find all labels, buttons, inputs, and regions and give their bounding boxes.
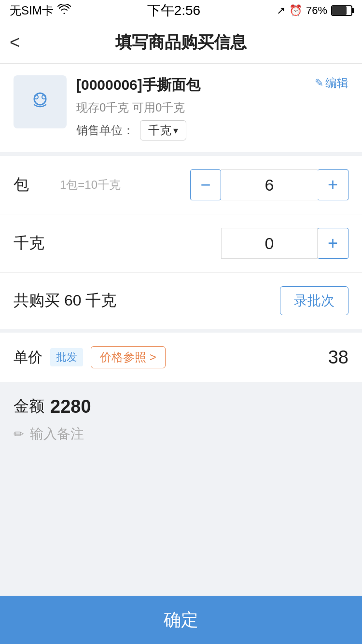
pack-minus-button[interactable]: − bbox=[190, 169, 221, 200]
back-button[interactable]: < bbox=[10, 32, 20, 53]
edit-button[interactable]: ✎ 编辑 bbox=[315, 75, 348, 91]
kg-label: 千克 bbox=[14, 233, 52, 254]
plus-icon: + bbox=[328, 175, 338, 195]
pack-input-row: 包 1包=10千克 − + bbox=[0, 156, 362, 214]
batch-button[interactable]: 录批次 bbox=[280, 286, 348, 315]
remark-placeholder: 输入备注 bbox=[30, 425, 84, 443]
price-ref-button[interactable]: 价格参照 > bbox=[91, 346, 166, 368]
plus-icon-kg: + bbox=[328, 233, 338, 253]
pack-hint: 1包=10千克 bbox=[60, 177, 182, 193]
unit-select[interactable]: 千克 ▾ bbox=[140, 120, 186, 140]
amount-label: 金额 bbox=[14, 396, 44, 417]
remark-row[interactable]: ✏ 输入备注 bbox=[14, 425, 348, 453]
kg-plus-button[interactable]: + bbox=[318, 228, 348, 259]
battery-text: 76% bbox=[306, 4, 327, 17]
pack-plus-button[interactable]: + bbox=[318, 169, 348, 200]
amount-value: 2280 bbox=[50, 396, 91, 417]
kg-controls: + bbox=[221, 228, 348, 259]
minus-icon: − bbox=[200, 175, 210, 195]
nav-bar: < 填写商品购买信息 bbox=[0, 21, 362, 64]
unit-value: 千克 bbox=[148, 123, 171, 138]
confirm-button[interactable]: 确定 bbox=[0, 596, 362, 644]
edit-label: 编辑 bbox=[325, 75, 348, 91]
carrier-text: 无SIM卡 bbox=[10, 3, 54, 18]
amount-row: 金额 2280 bbox=[14, 396, 348, 417]
summary-text: 共购买 60 千克 bbox=[14, 290, 116, 311]
empty-area bbox=[0, 453, 362, 607]
wifi-icon bbox=[57, 4, 71, 17]
product-info: [0000006]手撕面包 现存0千克 可用0千克 销售单位： 千克 ▾ bbox=[76, 75, 348, 140]
price-value: 38 bbox=[328, 347, 348, 368]
amount-section: 金额 2280 ✏ 输入备注 bbox=[0, 382, 362, 453]
price-section: 单价 批发 价格参照 > 38 bbox=[0, 333, 362, 382]
summary-row: 共购买 60 千克 录批次 bbox=[0, 273, 362, 333]
page-title: 填写商品购买信息 bbox=[115, 31, 247, 54]
product-name: [0000006]手撕面包 bbox=[76, 75, 348, 95]
location-icon: ↗ bbox=[277, 4, 285, 17]
pencil-icon: ✏ bbox=[14, 427, 24, 442]
price-row: 单价 批发 价格参照 > 38 bbox=[0, 333, 362, 382]
status-bar: 无SIM卡 下午2:56 ↗ ⏰ 76% bbox=[0, 0, 362, 21]
product-unit-row: 销售单位： 千克 ▾ bbox=[76, 120, 348, 140]
pack-controls: − + bbox=[190, 169, 348, 200]
alarm-icon: ⏰ bbox=[289, 4, 302, 17]
pack-input[interactable] bbox=[221, 169, 318, 200]
battery-icon bbox=[331, 5, 352, 16]
kg-input-row: 千克 + bbox=[0, 214, 362, 273]
price-label: 单价 bbox=[14, 348, 42, 367]
product-stock: 现存0千克 可用0千克 bbox=[76, 100, 348, 115]
kg-input[interactable] bbox=[221, 228, 318, 259]
input-section: 包 1包=10千克 − + 千克 + bbox=[0, 156, 362, 273]
chevron-down-icon: ▾ bbox=[173, 125, 178, 136]
product-image bbox=[14, 75, 67, 128]
status-left: 无SIM卡 bbox=[10, 3, 71, 18]
price-badge: 批发 bbox=[50, 348, 83, 366]
status-right: ↗ ⏰ 76% bbox=[277, 4, 352, 17]
product-card: [0000006]手撕面包 现存0千克 可用0千克 销售单位： 千克 ▾ ✎ 编… bbox=[0, 64, 362, 156]
pack-label: 包 bbox=[14, 174, 52, 196]
status-time: 下午2:56 bbox=[147, 1, 201, 20]
edit-icon: ✎ bbox=[315, 77, 323, 89]
unit-label: 销售单位： bbox=[76, 123, 134, 138]
